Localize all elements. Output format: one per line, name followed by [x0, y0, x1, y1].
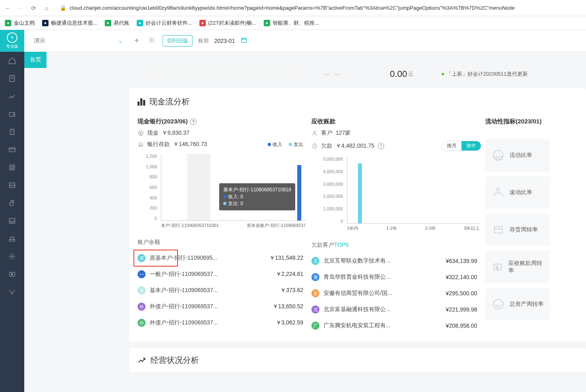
- nav-doc-icon[interactable]: [0, 70, 24, 87]
- forward-icon[interactable]: →: [17, 4, 24, 12]
- highlight-box: [133, 250, 178, 267]
- recv-chart[interactable]: 5,000,0004,000,0003,000,0002,000,0001,00…: [311, 157, 481, 233]
- bookmark-icon: ●: [42, 20, 49, 26]
- bank-icon: [138, 141, 144, 148]
- liquidity-card[interactable]: 流动比率: [485, 139, 550, 172]
- balance-title: 账户余额: [138, 239, 307, 246]
- nav-card-icon[interactable]: [0, 141, 24, 159]
- recv-title: 应收账款: [311, 118, 481, 125]
- help-icon[interactable]: ?: [190, 119, 197, 125]
- period-toggle[interactable]: 按月 按年: [442, 141, 481, 151]
- settings-icon[interactable]: [146, 35, 157, 47]
- browser-toolbar: ← → ⟳ ⌂ 🔒 cloud.chanjet.com/accounting/u…: [0, 0, 586, 16]
- address-bar[interactable]: 🔒 cloud.chanjet.com/accounting/uw1eb00zy…: [56, 3, 582, 13]
- nav-tray-icon[interactable]: [0, 230, 24, 248]
- user-icon: [311, 130, 318, 136]
- chart-tooltip: 基本户-招行-110906953710818 收入: 0 支出: 0: [219, 183, 295, 210]
- metric-icon: [491, 185, 506, 200]
- list-item[interactable]: 外外债户-招行-1109069537...￥3,062.59: [138, 315, 307, 331]
- receivables-column: 应收账款 客户 127家: [311, 118, 481, 334]
- badge-icon: 青: [311, 273, 319, 281]
- toggle-month[interactable]: 按月: [442, 141, 461, 150]
- strip-amount: 0.00: [390, 69, 407, 79]
- svg-point-8: [11, 256, 13, 258]
- list-item[interactable]: 一一般户-招行-1109069537...￥2,224.61: [138, 266, 307, 282]
- nav-image-icon[interactable]: [0, 176, 24, 194]
- metric-icon: [491, 148, 506, 163]
- svg-point-17: [499, 156, 502, 159]
- tab-bar: 首页: [24, 52, 586, 68]
- list-item[interactable]: 安安徽有信商贸有限公司/国...¥295,500.00: [311, 285, 481, 301]
- yen-icon: [138, 130, 144, 136]
- add-icon[interactable]: +: [133, 34, 141, 47]
- nav-stamp-icon[interactable]: [0, 159, 24, 176]
- toggle-year[interactable]: 按年: [461, 141, 481, 150]
- nav-building-icon[interactable]: [0, 123, 24, 141]
- bookmark-icon: ●: [137, 20, 143, 26]
- strip-unit: 元: [408, 70, 413, 78]
- news-dot-icon: [442, 73, 444, 75]
- list-item[interactable]: 外外债户-招行-1109069537...￥13,650.52: [138, 299, 307, 315]
- bookmark-item[interactable]: ●易代账: [105, 19, 129, 27]
- bar-chart-icon: [138, 98, 145, 106]
- bookmark-item[interactable]: ●好会计云财务软件...: [137, 19, 192, 27]
- cashflow-panel: 现金流分析 现金银行(2023/06) ? 现金: [129, 88, 586, 342]
- calendar-icon[interactable]: [241, 37, 247, 44]
- list-item[interactable]: 北北京互帮联众数字技术有...¥634,139.99: [311, 253, 481, 269]
- clock-icon: [311, 143, 318, 149]
- bookmark-item[interactable]: ●智能票、财、税推...: [264, 19, 319, 27]
- nav-hand-icon[interactable]: [0, 194, 24, 212]
- metric-icon: [491, 297, 506, 311]
- nav-v-icon[interactable]: [0, 283, 24, 301]
- news-text[interactable]: 「上新」好会计20230511迭代更新: [446, 70, 528, 78]
- help-icon[interactable]: ?: [378, 143, 384, 149]
- list-item[interactable]: 基基本户-招行-1109069537...￥373.62: [138, 282, 307, 299]
- list-item[interactable]: 广广东腾安机电安装工程有...¥208,958.00: [311, 318, 481, 334]
- svg-point-18: [497, 188, 500, 191]
- bank-legend: 收入 支出: [268, 141, 303, 148]
- list-item[interactable]: 北北京富基融通科技有限公...¥221,999.98: [311, 301, 481, 318]
- liquidity-card[interactable]: 存货周转率: [485, 214, 550, 246]
- liquidity-card[interactable]: 总资产周转率: [485, 288, 550, 320]
- bookmark-item[interactable]: ●畅捷通信息技术股...: [42, 19, 97, 27]
- nav-wallet-icon[interactable]: [0, 105, 24, 123]
- chevron-down-icon: ⌄: [118, 38, 123, 44]
- bookmarks-bar: ●金山文档●畅捷通信息技术股...●易代账●好会计云财务软件...●(227封未…: [0, 16, 586, 30]
- bookmark-item[interactable]: ●金山文档: [5, 19, 35, 27]
- svg-rect-3: [10, 129, 14, 134]
- badge-icon: 基: [138, 286, 146, 295]
- svg-rect-7: [9, 218, 15, 223]
- account-selector[interactable]: 演示 ⌄: [30, 34, 127, 48]
- list-item[interactable]: 青青岛华胜普金科技有限公...¥322,140.00: [311, 269, 481, 285]
- nav-gear-icon[interactable]: [0, 248, 24, 265]
- svg-point-10: [150, 39, 152, 41]
- svg-rect-11: [241, 38, 246, 42]
- app-logo[interactable]: 专业版: [0, 30, 24, 52]
- nav-inbox-icon[interactable]: [0, 212, 24, 230]
- bookmark-item[interactable]: ●(227封未读邮件)畅...: [199, 19, 256, 27]
- back-icon[interactable]: ←: [4, 4, 11, 12]
- svg-rect-5: [10, 165, 15, 170]
- tab-home[interactable]: 首页: [24, 52, 47, 68]
- nav-chart-icon[interactable]: [0, 87, 24, 105]
- top-bar: 演示 ⌄ + 切到旧版 账期 2023-01: [24, 30, 586, 52]
- svg-point-16: [494, 156, 497, 159]
- nav-home-icon[interactable]: [0, 52, 24, 70]
- nav-video-icon[interactable]: [0, 265, 24, 283]
- home-icon[interactable]: ⌂: [43, 4, 50, 12]
- bank-chart[interactable]: 1,2001,0008006004002000 基本户-招行-110906953…: [138, 154, 307, 231]
- switch-old-button[interactable]: 切到旧版: [163, 35, 193, 47]
- bookmark-icon: ●: [264, 20, 270, 26]
- badge-icon: 外: [138, 319, 146, 327]
- liquidity-card[interactable]: 速动比率: [485, 176, 550, 209]
- lock-icon: 🔒: [60, 5, 66, 11]
- operating-panel: 经营状况分析: [129, 348, 586, 372]
- badge-icon: 一: [138, 270, 146, 278]
- svg-point-13: [313, 131, 315, 133]
- bookmark-icon: ●: [105, 20, 111, 26]
- bank-title: 现金银行(2023/06) ?: [138, 118, 307, 125]
- svg-rect-4: [9, 148, 15, 152]
- bookmark-icon: ●: [199, 20, 206, 26]
- reload-icon[interactable]: ⟳: [30, 4, 37, 12]
- liquidity-card[interactable]: ¥应收账款周转率: [485, 251, 550, 283]
